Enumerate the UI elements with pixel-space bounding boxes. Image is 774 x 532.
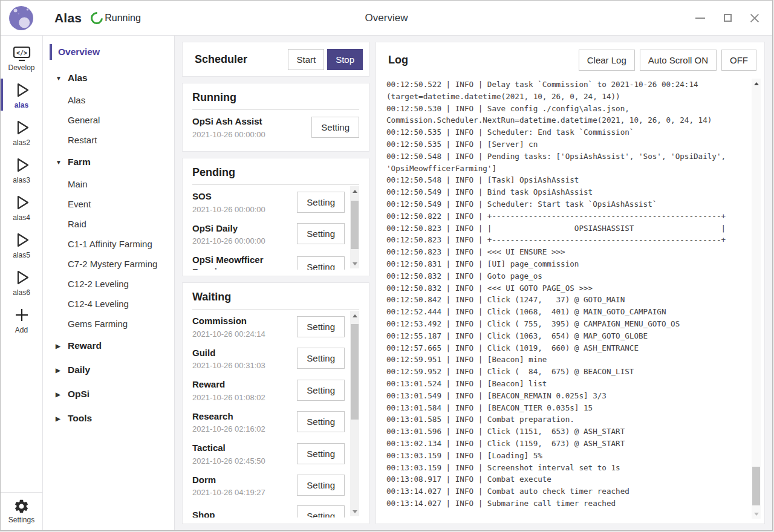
waiting-title: Waiting bbox=[192, 291, 359, 310]
menu-group-daily[interactable]: ▶Daily bbox=[43, 358, 174, 382]
running-task-list: OpSi Ash Assist2021-10-26 00:00:00Settin… bbox=[192, 110, 359, 145]
close-button[interactable] bbox=[749, 13, 760, 24]
task-setting-button[interactable]: Setting bbox=[297, 443, 345, 464]
task-setting-button[interactable]: Setting bbox=[311, 117, 359, 138]
menu-item-restart[interactable]: Restart bbox=[43, 130, 174, 150]
menu-item-c12-4-leveling[interactable]: C12-4 Leveling bbox=[43, 294, 174, 314]
menu-item-event[interactable]: Event bbox=[43, 194, 174, 214]
rail-item-alas3[interactable]: alas3 bbox=[1, 152, 42, 187]
rail-item-alas2[interactable]: alas2 bbox=[1, 114, 42, 150]
menu-group-opsi[interactable]: ▶OpSi bbox=[43, 382, 174, 406]
menu-group-farm[interactable]: ▼Farm bbox=[43, 150, 174, 174]
menu-group-reward[interactable]: ▶Reward bbox=[43, 334, 174, 358]
maximize-button[interactable] bbox=[722, 13, 733, 24]
scroll-up-icon[interactable] bbox=[350, 311, 359, 320]
task-setting-button[interactable]: Setting bbox=[297, 223, 345, 244]
task-name: Guild bbox=[192, 347, 265, 359]
titlebar: Alas Running Overview bbox=[1, 1, 772, 36]
task-next-run-time: 2021-10-26 00:00:00 bbox=[192, 130, 265, 139]
task-setting-button[interactable]: Setting bbox=[297, 316, 345, 337]
play-icon bbox=[13, 81, 31, 99]
running-spinner-icon bbox=[88, 9, 105, 26]
menu-item-overview[interactable]: Overview bbox=[43, 44, 174, 60]
minimize-button[interactable] bbox=[695, 13, 706, 24]
menu-item-alas[interactable]: Alas bbox=[43, 90, 174, 110]
start-button[interactable]: Start bbox=[288, 49, 324, 70]
task-info: Guild2021-10-26 00:31:03 bbox=[192, 347, 265, 371]
task-setting-button[interactable]: Setting bbox=[297, 475, 345, 496]
scroll-down-icon[interactable] bbox=[350, 259, 359, 268]
rail-item-label: Add bbox=[15, 326, 28, 334]
task-next-run-time: 2021-10-26 00:00:00 bbox=[192, 236, 265, 245]
pending-scrollbar[interactable] bbox=[350, 186, 359, 268]
task-name: SOS bbox=[192, 190, 265, 203]
log-scrollbar[interactable] bbox=[752, 79, 761, 519]
profile-rail: </> Develop alas alas2 bbox=[1, 36, 43, 530]
nav-menu: Overview ▼AlasAlasGeneralRestart▼FarmMai… bbox=[43, 36, 175, 530]
auto-scroll-off-button[interactable]: OFF bbox=[721, 50, 756, 71]
menu-group-label: Daily bbox=[68, 365, 90, 375]
svg-text:</>: </> bbox=[16, 50, 27, 56]
scheduler-status-label: Running bbox=[105, 13, 141, 24]
menu-item-gems-farming[interactable]: Gems Farming bbox=[43, 314, 174, 334]
task-name: Dorm bbox=[192, 474, 265, 486]
rail-item-alas5[interactable]: alas5 bbox=[1, 227, 42, 262]
rail-item-alas[interactable]: alas bbox=[1, 77, 42, 112]
task-next-run-time: 2021-10-26 00:24:14 bbox=[192, 329, 265, 339]
rail-item-label: alas bbox=[15, 101, 28, 109]
chevron-expanded-icon: ▼ bbox=[56, 75, 62, 82]
task-row-opsi-daily: OpSi Daily2021-10-26 00:00:00Setting bbox=[192, 217, 345, 249]
menu-item-raid[interactable]: Raid bbox=[43, 214, 174, 234]
alas-logo-icon bbox=[8, 5, 34, 31]
log-body: 00:12:50.522 | INFO | Delay task `Commis… bbox=[386, 79, 761, 519]
menu-group-tools[interactable]: ▶Tools bbox=[43, 406, 174, 430]
rail-item-alas4[interactable]: alas4 bbox=[1, 189, 42, 225]
log-panel: Log Clear Log Auto Scroll ON OFF 00:12:5… bbox=[376, 42, 765, 524]
profile-list: alas alas2 alas3 bbox=[1, 77, 42, 302]
running-title: Running bbox=[192, 91, 359, 110]
task-setting-button[interactable]: Setting bbox=[297, 505, 345, 517]
task-setting-button[interactable]: Setting bbox=[297, 380, 345, 401]
stop-button[interactable]: Stop bbox=[327, 49, 363, 70]
scrollbar-thumb[interactable] bbox=[752, 467, 760, 505]
task-row-dorm: Dorm2021-10-26 04:19:27Setting bbox=[192, 469, 345, 501]
menu-group-alas[interactable]: ▼Alas bbox=[43, 66, 174, 90]
rail-item-label: Develop bbox=[8, 63, 34, 72]
task-info: Shop bbox=[192, 509, 215, 517]
task-setting-button[interactable]: Setting bbox=[297, 411, 345, 432]
task-setting-button[interactable]: Setting bbox=[297, 348, 345, 369]
task-next-run-time: 2021-10-26 00:00:00 bbox=[192, 205, 265, 214]
scroll-down-icon[interactable] bbox=[350, 507, 359, 516]
menu-item-c7-2-mystery-farming[interactable]: C7-2 Mystery Farming bbox=[43, 254, 174, 274]
rail-item-label: alas4 bbox=[13, 213, 30, 222]
scroll-up-icon[interactable] bbox=[350, 187, 359, 195]
gear-icon bbox=[13, 498, 30, 514]
clear-log-button[interactable]: Clear Log bbox=[579, 50, 635, 71]
task-row-opsi-ash-assist: OpSi Ash Assist2021-10-26 00:00:00Settin… bbox=[192, 110, 359, 142]
menu-item-c1-1-affinity-farming[interactable]: C1-1 Affinity Farming bbox=[43, 234, 174, 254]
rail-item-settings[interactable]: Settings bbox=[1, 492, 42, 530]
menu-item-general[interactable]: General bbox=[43, 110, 174, 130]
task-setting-button[interactable]: Setting bbox=[297, 256, 345, 270]
rail-item-alas6[interactable]: alas6 bbox=[1, 264, 42, 300]
app-title: Alas bbox=[54, 11, 82, 25]
menu-group-label: Reward bbox=[68, 340, 102, 351]
develop-code-icon: </> bbox=[13, 46, 31, 62]
auto-scroll-on-button[interactable]: Auto Scroll ON bbox=[640, 50, 717, 71]
task-setting-button[interactable]: Setting bbox=[297, 192, 345, 213]
scrollbar-thumb[interactable] bbox=[351, 324, 359, 420]
scheduler-title: Scheduler bbox=[195, 53, 288, 66]
task-name: OpSi Ash Assist bbox=[192, 115, 265, 128]
scroll-up-icon[interactable] bbox=[752, 79, 761, 88]
task-name: OpSi Meowfficer Farming bbox=[192, 254, 283, 270]
menu-item-main[interactable]: Main bbox=[43, 174, 174, 194]
scroll-down-icon[interactable] bbox=[752, 510, 761, 518]
rail-item-add[interactable]: Add bbox=[1, 302, 42, 337]
task-info: Dorm2021-10-26 04:19:27 bbox=[192, 474, 265, 498]
waiting-scrollbar[interactable] bbox=[350, 311, 359, 516]
menu-item-c12-2-leveling[interactable]: C12-2 Leveling bbox=[43, 274, 174, 294]
scrollbar-thumb[interactable] bbox=[351, 201, 359, 249]
task-info: SOS2021-10-26 00:00:00 bbox=[192, 190, 265, 214]
rail-item-develop[interactable]: </> Develop bbox=[1, 42, 42, 75]
running-panel: Running OpSi Ash Assist2021-10-26 00:00:… bbox=[182, 83, 369, 152]
